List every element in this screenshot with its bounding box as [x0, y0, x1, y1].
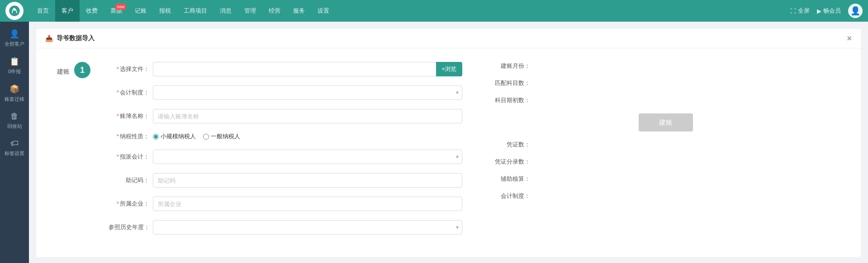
- app-logo[interactable]: [5, 2, 24, 20]
- memo-code-label: 助记码：: [109, 176, 149, 184]
- memo-code-input[interactable]: [153, 173, 462, 188]
- sidebar-item-recycle[interactable]: 🗑 回收站: [2, 108, 27, 133]
- import-icon: 📥: [45, 35, 53, 42]
- nav-item-accounting[interactable]: 记账: [128, 0, 153, 22]
- migration-icon: 📦: [9, 84, 19, 94]
- nav-item-home[interactable]: 首页: [31, 0, 55, 22]
- dialog-title: 导爷数据导入: [57, 34, 95, 42]
- nav-item-business[interactable]: 工商项目: [177, 0, 213, 22]
- form-row-company: 所属企业：: [109, 197, 462, 211]
- step-badge: 1: [74, 62, 90, 78]
- nav-item-settings[interactable]: 设置: [311, 0, 336, 22]
- tax-small-radio[interactable]: [153, 134, 159, 140]
- top-nav: 首页 客户 收费 票据 new 记账 报税 工商项目 消息 管理 经营 服务 设…: [0, 0, 868, 22]
- tag-icon: 🏷: [10, 139, 19, 148]
- history-year-select-wrap: [153, 220, 462, 235]
- voucher-count-label: 凭证数：: [489, 141, 530, 149]
- sidebar-item-label: 回收站: [7, 123, 22, 130]
- sidebar-item-label: 账套迁移: [5, 96, 24, 103]
- fullscreen-icon: ⛶: [790, 8, 796, 14]
- nav-item-customers[interactable]: 客户: [55, 0, 80, 22]
- form-left-col: 选择文件： +浏览 会计制度：: [109, 62, 462, 244]
- sidebar-item-all-customers[interactable]: 👤 全部客户: [2, 25, 27, 51]
- tax-general-radio[interactable]: [203, 134, 209, 140]
- accounting-system-select[interactable]: [153, 85, 462, 100]
- nav-item-fees[interactable]: 收费: [80, 0, 104, 22]
- form-right-col: 建账月份： 匹配科目数： 科目期初数：: [489, 62, 843, 244]
- sidebar-item-label: 标签设置: [5, 150, 24, 157]
- tax-small-radio-label[interactable]: 小规模纳税人: [153, 132, 196, 141]
- nav-items: 首页 客户 收费 票据 new 记账 报税 工商项目 消息 管理 经营 服务 设…: [31, 0, 790, 22]
- voucher-entries-label: 凭证分录数：: [489, 158, 530, 166]
- close-button[interactable]: ×: [847, 34, 852, 42]
- user-avatar[interactable]: 👤: [848, 4, 863, 18]
- accounting-system-label: 会计制度：: [109, 89, 149, 97]
- sidebar-item-declaration[interactable]: 📋 0申报: [2, 53, 27, 79]
- card-body: 建账 1 选择文件： +浏览: [36, 48, 861, 257]
- play-icon: ▶: [817, 8, 821, 14]
- avatar-icon: 👤: [850, 6, 860, 16]
- all-customers-icon: 👤: [9, 29, 19, 39]
- accountant-label: 指派会计：: [109, 153, 149, 161]
- form-row-accountant: 指派会计：: [109, 150, 462, 164]
- history-year-select[interactable]: [153, 220, 462, 235]
- sidebar: 👤 全部客户 📋 0申报 📦 账套迁移 🗑 回收站 🏷 标签设置: [0, 22, 29, 263]
- main-content: 📥 导爷数据导入 × 建账 1: [29, 22, 868, 263]
- step-label: 建账: [57, 68, 70, 76]
- ledger-name-input[interactable]: [153, 109, 462, 123]
- form-row-tax-type: 纳税性质： 小规模纳税人 一般纳税人: [109, 132, 462, 141]
- card-header: 📥 导爷数据导入 ×: [36, 29, 861, 48]
- svg-point-1: [13, 9, 15, 11]
- card-title-area: 📥 导爷数据导入: [45, 34, 95, 42]
- info-row-voucher-entries: 凭证分录数：: [489, 158, 843, 166]
- form-row-file: 选择文件： +浏览: [109, 62, 462, 76]
- subject-init-label: 科目期初数：: [489, 96, 530, 104]
- sidebar-item-label: 全部客户: [5, 41, 24, 47]
- tax-small-text: 小规模纳税人: [161, 132, 196, 141]
- file-label: 选择文件：: [109, 65, 149, 73]
- tax-general-text: 一般纳税人: [211, 132, 240, 141]
- accounting-system-right-label: 会计制度：: [489, 192, 530, 200]
- step-section: 建账 1 选择文件： +浏览: [54, 62, 843, 244]
- match-subjects-label: 匹配科目数：: [489, 79, 530, 87]
- declaration-icon: 📋: [9, 56, 19, 66]
- nav-right: ⛶ 全屏 ▶ 畅会员 👤: [790, 4, 863, 18]
- aux-accounting-label: 辅助核算：: [489, 175, 530, 183]
- accounting-system-select-wrap: [153, 85, 462, 100]
- file-input[interactable]: [153, 62, 436, 76]
- build-btn-area: 建账: [489, 113, 843, 132]
- member-btn[interactable]: ▶ 畅会员: [817, 7, 841, 15]
- main-layout: 👤 全部客户 📋 0申报 📦 账套迁移 🗑 回收站 🏷 标签设置 📥 导: [0, 22, 868, 263]
- form-row-ledger-name: 账簿名称：: [109, 109, 462, 123]
- info-row-subject-init: 科目期初数：: [489, 96, 843, 104]
- new-badge: new: [115, 4, 126, 10]
- form-row-memo-code: 助记码：: [109, 173, 462, 188]
- sidebar-item-tag-settings[interactable]: 🏷 标签设置: [2, 135, 27, 160]
- build-account-button[interactable]: 建账: [639, 113, 693, 132]
- nav-item-services[interactable]: 服务: [287, 0, 311, 22]
- sidebar-item-account-migration[interactable]: 📦 账套迁移: [2, 80, 27, 106]
- tax-type-radio-group: 小规模纳税人 一般纳税人: [153, 132, 462, 141]
- info-row-aux-accounting: 辅助核算：: [489, 175, 843, 183]
- info-row-match-subjects: 匹配科目数：: [489, 79, 843, 87]
- nav-item-messages[interactable]: 消息: [213, 0, 238, 22]
- company-label: 所属企业：: [109, 200, 149, 208]
- history-year-label: 参照历史年度：: [109, 223, 149, 231]
- info-row-voucher-count: 凭证数：: [489, 141, 843, 149]
- nav-item-management[interactable]: 管理: [238, 0, 262, 22]
- nav-item-operations[interactable]: 经营: [262, 0, 287, 22]
- form-row-history-year: 参照历史年度：: [109, 220, 462, 235]
- tax-general-radio-label[interactable]: 一般纳税人: [203, 132, 240, 141]
- account-month-label: 建账月份：: [489, 62, 530, 70]
- accountant-select-wrap: [153, 150, 462, 164]
- accountant-select[interactable]: [153, 150, 462, 164]
- info-row-accounting-system-right: 会计制度：: [489, 192, 843, 200]
- browse-button[interactable]: +浏览: [436, 62, 462, 76]
- form-grid: 选择文件： +浏览 会计制度：: [109, 62, 843, 244]
- fullscreen-btn[interactable]: ⛶ 全屏: [790, 7, 810, 15]
- info-row-account-month: 建账月份：: [489, 62, 843, 70]
- company-input[interactable]: [153, 197, 462, 211]
- nav-item-invoices[interactable]: 票据 new: [104, 0, 128, 22]
- file-input-group: +浏览: [153, 62, 462, 76]
- nav-item-tax[interactable]: 报税: [153, 0, 177, 22]
